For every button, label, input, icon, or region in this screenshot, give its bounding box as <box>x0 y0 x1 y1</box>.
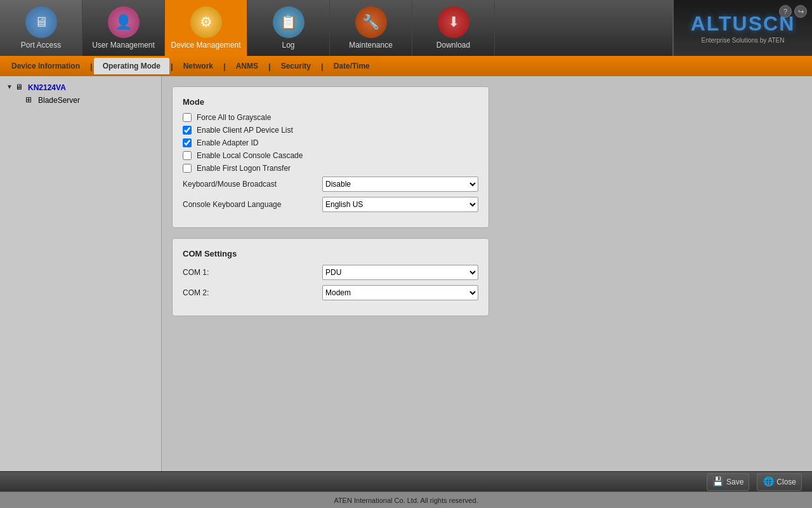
sidebar-item-kn2124va[interactable]: ▼ 🖥 KN2124VA <box>3 81 159 94</box>
separator-4: | <box>267 62 272 71</box>
tab-anms[interactable]: ANMS <box>227 58 267 74</box>
checkbox-row-client-ap: Enable Client AP Device List <box>183 126 478 135</box>
label-com1: COM 1: <box>183 268 322 277</box>
select-com1[interactable]: PDU Modem Disable <box>322 265 478 280</box>
footer: ATEN International Co. Ltd. All rights r… <box>0 491 812 508</box>
mode-panel: Mode Force All to Grayscale Enable Clien… <box>172 86 489 228</box>
log-icon: 📋 <box>273 6 304 38</box>
nav-user-management[interactable]: 👤 User Management <box>82 0 165 56</box>
sidebar-label-bladeserver: BladeServer <box>38 96 80 105</box>
save-button[interactable]: 💾 Save <box>707 473 749 491</box>
nav-log-label: Log <box>282 41 294 50</box>
download-icon: ⬇ <box>438 6 469 38</box>
main-content: ▼ 🖥 KN2124VA ⊞ BladeServer Mode Force Al… <box>0 76 812 471</box>
close-label: Close <box>776 478 796 486</box>
separator-2: | <box>169 62 174 71</box>
separator-5: | <box>320 62 325 71</box>
sidebar-item-bladeserver[interactable]: ⊞ BladeServer <box>3 94 159 107</box>
logo-subtitle: Enterprise Solutions by ATEN <box>702 37 785 44</box>
checkbox-row-console-cascade: Enable Local Console Cascade <box>183 151 478 160</box>
nav-download-label: Download <box>436 41 470 50</box>
server-icon: ⊞ <box>25 95 36 105</box>
nav-device-management[interactable]: ⚙ Device Management <box>165 0 247 56</box>
select-keyboard-language[interactable]: English US French German Japanese Spanis… <box>322 197 478 212</box>
select-keyboard-mouse[interactable]: Disable Enable <box>322 177 478 192</box>
device-management-icon: ⚙ <box>190 6 222 38</box>
tab-operating-mode[interactable]: Operating Mode <box>94 58 169 74</box>
save-icon: 💾 <box>712 476 724 488</box>
label-com2: COM 2: <box>183 288 322 297</box>
nav-user-management-label: User Management <box>92 41 155 50</box>
sidebar: ▼ 🖥 KN2124VA ⊞ BladeServer <box>0 76 162 471</box>
checkbox-enable-first-logon[interactable] <box>183 164 192 173</box>
label-keyboard-mouse: Keyboard/Mouse Broadcast <box>183 180 322 189</box>
field-row-keyboard-language: Console Keyboard Language English US Fre… <box>183 197 478 212</box>
checkbox-enable-client-ap[interactable] <box>183 126 192 135</box>
com-settings-title: COM Settings <box>183 249 478 258</box>
sidebar-label-kn2124va: KN2124VA <box>28 83 66 92</box>
logo-icons: ? ↪ <box>779 5 807 18</box>
close-button[interactable]: 🌐 Close <box>757 473 802 491</box>
help-icon[interactable]: ? <box>779 5 792 18</box>
tree-toggle-kn2124va[interactable]: ▼ <box>5 83 14 92</box>
nav-port-access[interactable]: 🖥 Port Access <box>0 0 82 56</box>
com-settings-panel: COM Settings COM 1: PDU Modem Disable CO… <box>172 238 489 316</box>
save-label: Save <box>726 478 743 486</box>
checkbox-force-grayscale[interactable] <box>183 113 192 122</box>
label-enable-client-ap: Enable Client AP Device List <box>197 126 293 135</box>
tab-device-information[interactable]: Device Information <box>3 58 89 74</box>
field-row-com2: COM 2: PDU Modem Disable <box>183 285 478 300</box>
separator-1: | <box>89 62 94 71</box>
checkbox-row-adapter-id: Enable Adapter ID <box>183 138 478 147</box>
port-access-icon: 🖥 <box>25 6 57 38</box>
content-area: Mode Force All to Grayscale Enable Clien… <box>162 76 812 471</box>
nav-log[interactable]: 📋 Log <box>247 0 330 56</box>
select-com2[interactable]: PDU Modem Disable <box>322 285 478 300</box>
field-row-com1: COM 1: PDU Modem Disable <box>183 265 478 280</box>
user-management-icon: 👤 <box>108 6 140 38</box>
separator-3: | <box>222 62 227 71</box>
close-icon: 🌐 <box>763 476 774 488</box>
tab-datetime[interactable]: Date/Time <box>325 58 379 74</box>
nav-device-management-label: Device Management <box>171 41 240 50</box>
field-row-keyboard-mouse: Keyboard/Mouse Broadcast Disable Enable <box>183 177 478 192</box>
sub-nav: Device Information | Operating Mode | Ne… <box>0 56 812 76</box>
nav-maintenance-label: Maintenance <box>349 41 393 50</box>
bottom-bar: 💾 Save 🌐 Close <box>0 471 812 491</box>
checkbox-row-force-grayscale: Force All to Grayscale <box>183 113 478 122</box>
checkbox-row-first-logon: Enable First Logon Transfer <box>183 164 478 173</box>
checkbox-enable-console-cascade[interactable] <box>183 151 192 160</box>
logout-icon[interactable]: ↪ <box>794 5 807 18</box>
maintenance-icon: 🔧 <box>355 6 387 38</box>
checkbox-enable-adapter-id[interactable] <box>183 138 192 147</box>
tab-network[interactable]: Network <box>174 58 222 74</box>
label-keyboard-language: Console Keyboard Language <box>183 200 322 209</box>
footer-text: ATEN International Co. Ltd. All rights r… <box>334 497 478 504</box>
top-nav: 🖥 Port Access 👤 User Management ⚙ Device… <box>0 0 812 56</box>
mode-panel-title: Mode <box>183 97 478 107</box>
label-enable-console-cascade: Enable Local Console Cascade <box>197 151 303 160</box>
tab-security[interactable]: Security <box>272 58 320 74</box>
nav-maintenance[interactable]: 🔧 Maintenance <box>330 0 412 56</box>
label-enable-first-logon: Enable First Logon Transfer <box>197 164 291 173</box>
device-icon: 🖥 <box>15 83 25 93</box>
nav-port-access-label: Port Access <box>21 41 61 50</box>
label-force-grayscale: Force All to Grayscale <box>197 113 271 122</box>
label-enable-adapter-id: Enable Adapter ID <box>197 138 258 147</box>
nav-download[interactable]: ⬇ Download <box>412 0 495 56</box>
logo-area: ? ↪ ALTUSCN Enterprise Solutions by ATEN <box>672 0 812 56</box>
